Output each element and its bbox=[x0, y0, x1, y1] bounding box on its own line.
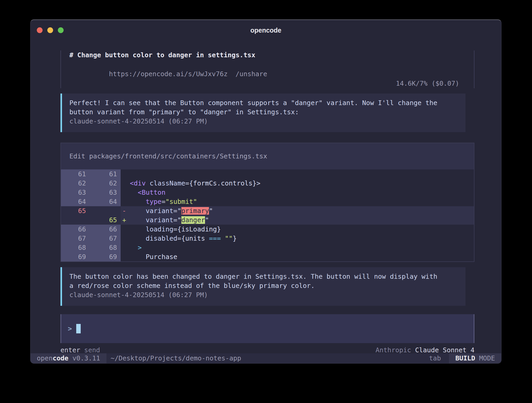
mode-rest-space bbox=[475, 354, 479, 362]
code-token: variant bbox=[146, 207, 173, 215]
code-token: "submit" bbox=[166, 198, 197, 205]
code-token: type bbox=[146, 198, 161, 205]
code-token: > bbox=[138, 244, 142, 251]
diff-row: 6262<div className={formCs.controls}> bbox=[61, 179, 474, 188]
session-header-left: # Change button color to danger in setti… bbox=[69, 50, 267, 88]
diff-new-line-number bbox=[91, 206, 121, 215]
diff-change-marker bbox=[121, 169, 130, 179]
code-token: =" bbox=[173, 216, 181, 224]
working-directory: ~/Desktop/Projects/demo-notes-app bbox=[111, 353, 241, 363]
model-space bbox=[411, 346, 415, 353]
diff-old-line-number: 67 bbox=[61, 234, 91, 243]
app-version: v0.3.11 bbox=[73, 354, 100, 362]
diff-new-line-number: 64 bbox=[91, 197, 121, 206]
prompt-icon: > bbox=[68, 325, 72, 333]
diff-code-line: variant="danger" bbox=[130, 215, 474, 225]
diff-new-line-number: 65 bbox=[91, 215, 121, 225]
code-token: loading bbox=[146, 225, 173, 233]
edit-tool-header: Edit packages/frontend/src/containers/Se… bbox=[61, 143, 474, 169]
diff-change-marker bbox=[121, 243, 130, 252]
model-indicator: Anthropic Claude Sonnet 4 bbox=[376, 346, 474, 353]
hint-bar: enter send Anthropic Claude Sonnet 4 bbox=[60, 346, 474, 353]
code-token: " bbox=[209, 207, 213, 215]
code-token: ={formCs.controls}> bbox=[185, 179, 260, 187]
code-token: } bbox=[233, 235, 237, 242]
code-token bbox=[130, 207, 146, 215]
diff-change-marker: + bbox=[121, 215, 130, 225]
unshare-command[interactable]: /unshare bbox=[236, 70, 267, 78]
share-url[interactable]: https://opencode.ai/s/UwJxv76z bbox=[109, 70, 228, 78]
diff-new-line-number: 67 bbox=[91, 234, 121, 243]
code-token bbox=[130, 235, 146, 242]
diff-old-line-number: 68 bbox=[61, 243, 91, 252]
mode-rest: MODE bbox=[479, 354, 495, 362]
diff-old-line-number bbox=[61, 215, 91, 225]
diff-row: 6767 disabled={units === ""} bbox=[61, 234, 474, 243]
message-line: button variant from "primary" to "danger… bbox=[69, 107, 458, 117]
opencode-window: opencode # Change button color to danger… bbox=[30, 19, 502, 364]
code-token: variant bbox=[146, 216, 173, 224]
code-token: ={units bbox=[177, 235, 209, 242]
diff-new-line-number: 69 bbox=[91, 252, 121, 261]
message-model-meta: claude-sonnet-4-20250514 (06:27 PM) bbox=[69, 290, 458, 299]
code-token: disabled bbox=[146, 235, 177, 242]
diff-row: 65+ variant="danger" bbox=[61, 215, 474, 225]
message-model-meta: claude-sonnet-4-20250514 (06:27 PM) bbox=[69, 117, 458, 126]
code-token: === bbox=[209, 235, 221, 242]
code-token bbox=[130, 189, 138, 196]
code-token bbox=[130, 216, 146, 224]
code-token bbox=[146, 179, 150, 187]
diff-code-line bbox=[130, 169, 474, 179]
assistant-message: The button color has been changed to dan… bbox=[60, 267, 465, 306]
diff-view: 61616262<div className={formCs.controls}… bbox=[61, 169, 474, 261]
session-share-line: https://opencode.ai/s/UwJxv76z/unshare bbox=[69, 60, 267, 88]
code-token: Purchase bbox=[130, 253, 177, 261]
diff-new-line-number: 66 bbox=[91, 225, 121, 234]
provider-label: Anthropic bbox=[376, 346, 411, 353]
app-name-prefix: open bbox=[37, 354, 53, 362]
diff-old-line-number: 63 bbox=[61, 188, 91, 197]
diff-change-marker bbox=[121, 252, 130, 261]
diff-change-marker bbox=[121, 225, 130, 234]
diff-row: 6161 bbox=[61, 169, 474, 179]
diff-row: 6363 <Button bbox=[61, 188, 474, 197]
diff-new-line-number: 61 bbox=[91, 169, 121, 179]
diff-row: 6868 > bbox=[61, 243, 474, 252]
mode-name: BUILD bbox=[455, 354, 475, 362]
code-token: = bbox=[161, 198, 165, 205]
diff-change-marker bbox=[121, 179, 130, 188]
code-token bbox=[130, 198, 146, 205]
diff-new-line-number: 63 bbox=[91, 188, 121, 197]
message-line: a red/rose color scheme instead of the b… bbox=[69, 281, 458, 290]
code-token: " bbox=[205, 216, 209, 224]
diff-old-line-number: 61 bbox=[61, 169, 91, 179]
diff-change-marker: - bbox=[121, 206, 130, 215]
code-token: primary bbox=[181, 207, 209, 215]
diff-code-line: disabled={units === ""} bbox=[130, 234, 474, 243]
message-list-2: The button color has been changed to dan… bbox=[60, 267, 474, 306]
code-token bbox=[130, 225, 146, 233]
prompt-input[interactable]: > bbox=[60, 314, 474, 343]
tab-key-hint[interactable]: tab bbox=[429, 353, 441, 363]
titlebar: opencode bbox=[30, 20, 501, 40]
window-title: opencode bbox=[30, 20, 501, 40]
session-title: # Change button color to danger in setti… bbox=[69, 50, 267, 60]
model-label: Claude Sonnet 4 bbox=[415, 346, 474, 353]
diff-old-line-number: 65 bbox=[61, 206, 91, 215]
assistant-message: Perfect! I can see that the Button compo… bbox=[60, 94, 465, 132]
status-bar: opencode v0.3.11 ~/Desktop/Projects/demo… bbox=[30, 353, 501, 363]
diff-code-line: <div className={formCs.controls}> bbox=[130, 179, 474, 188]
diff-old-line-number: 64 bbox=[61, 197, 91, 206]
message-list: Perfect! I can see that the Button compo… bbox=[60, 94, 474, 132]
diff-old-line-number: 66 bbox=[61, 225, 91, 234]
code-token: =" bbox=[173, 207, 181, 215]
diff-code-line: variant="primary" bbox=[130, 206, 474, 215]
enter-key-hint: enter bbox=[60, 346, 80, 353]
send-hint: enter send bbox=[60, 346, 100, 353]
diff-code-line: > bbox=[130, 243, 474, 252]
mode-indicator: BUILD MODE bbox=[448, 353, 501, 363]
edit-tool-space bbox=[85, 152, 89, 160]
edit-tool-verb: Edit bbox=[69, 152, 85, 160]
send-label bbox=[80, 346, 84, 353]
diff-change-marker bbox=[121, 188, 130, 197]
